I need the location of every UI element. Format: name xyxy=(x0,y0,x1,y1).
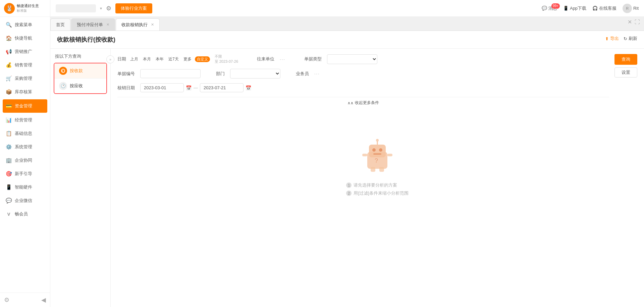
filter-receivable-label: 按应收 xyxy=(70,83,83,89)
dept-select[interactable] xyxy=(230,69,280,79)
date-more[interactable]: 更多 xyxy=(182,56,193,63)
svg-point-5 xyxy=(379,148,382,152)
sidebar-item-enterprise[interactable]: 🏢 企业协同 xyxy=(0,154,50,167)
filter-sidebar: 按以下方查询 » ¥ 按收款 xyxy=(50,49,111,307)
export-label: 导出 xyxy=(610,36,619,42)
system-icon: ⚙️ xyxy=(5,144,12,150)
date-this-month[interactable]: 本月 xyxy=(142,56,152,63)
guide-icon: 🎯 xyxy=(5,170,12,177)
empty-tip-2: 2 用[过滤]条件来缩小分析范围 xyxy=(346,190,408,196)
tab-receipt-close[interactable]: ✕ xyxy=(151,22,154,27)
filter-by-receipt[interactable]: ¥ 按收款 xyxy=(54,63,106,78)
verify-date-end-icon[interactable]: 📅 xyxy=(246,85,251,91)
verify-date-end-input[interactable] xyxy=(200,83,244,92)
refresh-label: 刷新 xyxy=(629,36,637,42)
filter-sidebar-collapse-btn[interactable]: » xyxy=(106,55,114,63)
topbar-settings-icon[interactable]: ⚙ xyxy=(106,5,111,12)
staff-dots[interactable]: ··· xyxy=(314,71,320,76)
sidebar-item-system[interactable]: ⚙️ 系统管理 xyxy=(0,140,50,154)
dept-field: 部门 xyxy=(216,69,280,79)
query-button[interactable]: 查询 xyxy=(614,54,637,65)
sidebar-item-basic[interactable]: 📋 基础信息 xyxy=(0,127,50,140)
topbar-dropdown-icon[interactable]: ▾ xyxy=(100,6,102,11)
voucher-type-select[interactable] xyxy=(327,54,377,64)
empty-tips: 1 请先选择要分析的方案 2 用[过滤]条件来缩小分析范围 xyxy=(346,182,408,198)
sidebar-item-member-label: 畅会员 xyxy=(15,211,28,217)
sidebar-item-marketing-label: 营销推广 xyxy=(15,49,32,55)
service-button[interactable]: 🎧 在线客服 xyxy=(592,5,616,11)
counterparty-dots[interactable]: ··· xyxy=(280,57,285,62)
sidebar-item-operation[interactable]: 📊 经营管理 xyxy=(0,113,50,127)
filter-sidebar-title: 按以下方查询 xyxy=(50,53,110,63)
sidebar-settings-icon[interactable]: ⚙ xyxy=(4,296,9,304)
voucher-no-input[interactable] xyxy=(140,69,201,78)
main-content: ▾ ⚙ 体验行业方案 💬 消息 99+ 📱 App下载 🎧 在线客服 R Rit xyxy=(50,0,644,307)
voucher-no-label: 单据编号 xyxy=(117,71,135,77)
tab-home-label: 首页 xyxy=(56,22,65,28)
sidebar-item-search[interactable]: 🔍 搜索菜单 xyxy=(0,18,50,32)
page-content: 收款核销执行(按收款) ⬆ 导出 ↻ 刷新 按以下方查询 » xyxy=(50,31,644,307)
tab-home[interactable]: 首页 xyxy=(50,18,70,31)
tab-expand-button[interactable]: ⛶ xyxy=(635,19,640,25)
tab-close-all-button[interactable]: ✕ xyxy=(628,19,632,25)
query-row-1-wrap: 日期 上月 本月 本年 近7天 更多 自定义 xyxy=(117,54,637,108)
collapse-icon: ∧∧ xyxy=(347,101,354,105)
sidebar-item-guide[interactable]: 🎯 新手引导 xyxy=(0,167,50,181)
hardware-icon: 📱 xyxy=(5,184,12,191)
date-7days[interactable]: 近7天 xyxy=(167,56,180,63)
settings-button[interactable]: 设置 xyxy=(614,67,637,78)
logo-sub: 标准版 xyxy=(17,8,39,13)
collapse-more-btn[interactable]: ∧∧ 收起更多条件 xyxy=(117,97,609,108)
app-download-button[interactable]: 📱 App下载 xyxy=(563,5,586,11)
verify-date-start-icon[interactable]: 📅 xyxy=(186,85,192,91)
sidebar-item-purchase[interactable]: 🛒 采购管理 xyxy=(0,72,50,85)
date-custom-badge[interactable]: 自定义 xyxy=(195,56,210,62)
tab-receipt[interactable]: 收款核销执行 ✕ xyxy=(116,18,160,31)
topbar-right: 💬 消息 99+ 📱 App下载 🎧 在线客服 R Rit xyxy=(542,4,639,13)
sidebar-item-hardware[interactable]: 📱 智能硬件 xyxy=(0,181,50,194)
export-icon: ⬆ xyxy=(605,36,609,41)
sidebar-item-inventory[interactable]: 📦 库存核算 xyxy=(0,85,50,99)
sidebar-item-marketing[interactable]: 📢 营销推广 xyxy=(0,45,50,58)
date-last-month[interactable]: 上月 xyxy=(129,56,140,63)
message-icon: 💬 xyxy=(542,6,547,11)
sidebar-item-wechat[interactable]: 💬 企业微信 xyxy=(0,194,50,207)
date-field: 日期 上月 本月 本年 近7天 更多 自定义 xyxy=(117,54,238,64)
member-icon: V xyxy=(5,211,12,217)
sidebar-collapse-icon[interactable]: ◀ xyxy=(41,296,46,304)
sidebar-item-system-label: 系统管理 xyxy=(15,144,32,150)
dept-label: 部门 xyxy=(216,71,225,77)
tab-prepay[interactable]: 预付冲应付单 ✕ xyxy=(71,18,115,31)
query-row-3: 核销日期 📅 — 📅 xyxy=(117,83,609,92)
refresh-button[interactable]: ↻ 刷新 xyxy=(624,36,637,42)
solution-button[interactable]: 体验行业方案 xyxy=(115,3,152,13)
message-badge: 99+ xyxy=(551,3,560,9)
tip1-text: 请先选择要分析的方案 xyxy=(354,182,397,188)
user-profile[interactable]: R Rit xyxy=(623,4,639,13)
filter-by-receivable[interactable]: 🕐 按应收 xyxy=(54,79,106,93)
tip1-num: 1 xyxy=(346,183,352,188)
date-label: 日期 xyxy=(117,56,126,62)
date-this-year[interactable]: 本年 xyxy=(154,56,165,63)
filter-receivable-icon: 🕐 xyxy=(59,82,67,90)
sidebar-logo: 🐰 畅捷通好生意 标准版 xyxy=(0,0,50,17)
empty-tip-1: 1 请先选择要分析的方案 xyxy=(346,182,408,188)
sidebar-item-fund[interactable]: 💳 资金管理 xyxy=(3,99,47,113)
svg-rect-11 xyxy=(371,167,375,172)
verify-date-start-input[interactable] xyxy=(140,83,184,92)
filter-options-box: ¥ 按收款 🕐 按应收 xyxy=(54,63,107,94)
sidebar-item-quick-nav[interactable]: 🏠 快捷导航 xyxy=(0,32,50,45)
logo-icon: 🐰 xyxy=(4,3,15,14)
logo-text-wrap: 畅捷通好生意 标准版 xyxy=(17,3,39,13)
message-button[interactable]: 💬 消息 99+ xyxy=(542,5,557,11)
counterparty-field: 往来单位 ··· xyxy=(257,56,285,62)
sidebar-item-wechat-label: 企业微信 xyxy=(15,198,32,204)
search-icon: 🔍 xyxy=(5,21,12,28)
voucher-no-field: 单据编号 xyxy=(117,69,201,78)
query-action-buttons: 查询 设置 xyxy=(614,54,637,78)
tab-prepay-close[interactable]: ✕ xyxy=(106,22,109,27)
sidebar-item-sales[interactable]: 💰 销售管理 xyxy=(0,58,50,72)
sidebar-item-member[interactable]: V 畅会员 xyxy=(0,207,50,221)
export-button[interactable]: ⬆ 导出 xyxy=(605,36,619,42)
sidebar: 🐰 畅捷通好生意 标准版 🔍 搜索菜单 🏠 快捷导航 📢 营销推广 💰 销售管理… xyxy=(0,0,50,307)
